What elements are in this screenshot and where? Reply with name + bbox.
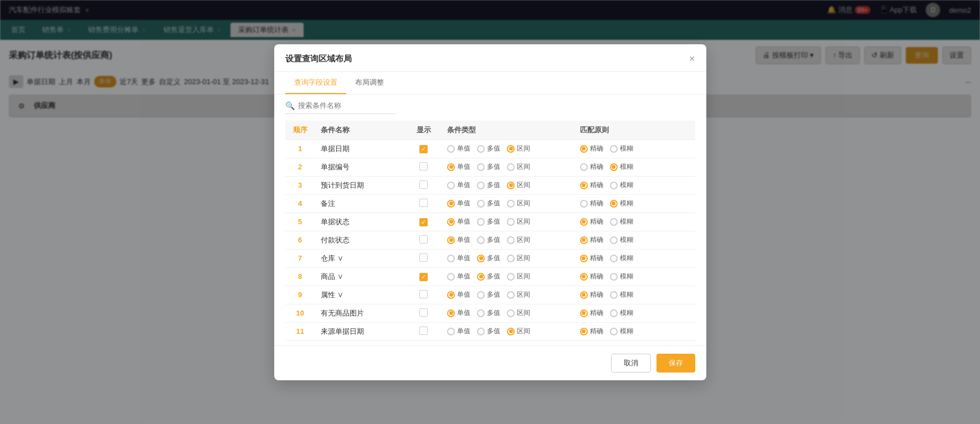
search-icon: 🔍 [285, 101, 295, 110]
dialog-close-btn[interactable]: × [689, 53, 695, 65]
col-header-name: 条件名称 [315, 121, 406, 125]
tab-layout[interactable]: 布局调整 [346, 72, 393, 94]
search-input[interactable] [298, 101, 396, 110]
col-header-type: 条件类型 [442, 121, 574, 125]
dialog-header: 设置查询区域布局 × [274, 44, 706, 72]
col-header-show: 显示 [406, 121, 442, 125]
tab-query-fields[interactable]: 查询字段设置 [285, 72, 346, 94]
search-box: 🔍 [285, 101, 396, 114]
dialog: 设置查询区域布局 × 查询字段设置 布局调整 🔍 顺序 [274, 44, 706, 125]
modal-overlay: 设置查询区域布局 × 查询字段设置 布局调整 🔍 顺序 [0, 0, 980, 124]
dialog-tabs: 查询字段设置 布局调整 [274, 72, 706, 95]
dialog-search-area: 🔍 [274, 95, 706, 121]
dialog-table: 顺序 条件名称 显示 条件类型 匹配原则 1单据日期✓单值多值区间精确模糊2单据… [274, 121, 706, 125]
col-header-match: 匹配原则 [574, 121, 695, 125]
dialog-title: 设置查询区域布局 [285, 54, 352, 64]
col-header-order: 顺序 [285, 121, 315, 125]
